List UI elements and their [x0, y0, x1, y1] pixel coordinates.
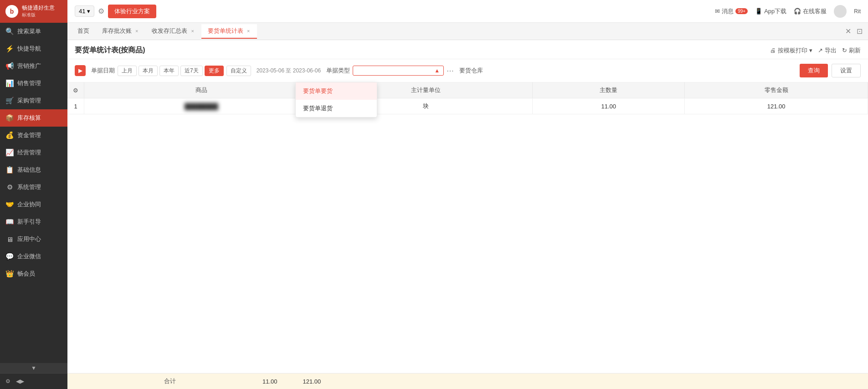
warehouse-filter-group: 要货仓库: [459, 67, 483, 75]
company-name: 41: [79, 8, 85, 15]
online-service-label: 在线客服: [803, 7, 827, 15]
sidebar-settings-btn[interactable]: ⚙: [5, 378, 10, 384]
dropdown-item-1[interactable]: 要货单退货: [296, 100, 377, 117]
refresh-label: 刷新: [849, 46, 861, 55]
date-range-text: 2023-05-06 至 2023-06-06: [257, 67, 321, 75]
dropdown-item-0[interactable]: 要货单要货: [296, 82, 377, 100]
tab-inventory-batch[interactable]: 库存批次账 ×: [96, 24, 145, 39]
inventory-icon: 📦: [5, 114, 14, 122]
sidebar-item-guide[interactable]: 📖 新手引导: [0, 213, 67, 230]
date-last-month-btn[interactable]: 上月: [118, 66, 137, 76]
sidebar: b 畅捷通好生意 标准版 🔍 搜索菜单 ⚡ 快捷导航 📢 营销推广 📊 销售管理…: [0, 0, 67, 389]
date-this-month-btn[interactable]: 本月: [139, 66, 158, 76]
tab-close-all-btn[interactable]: ✕: [843, 25, 853, 37]
sidebar-item-finance[interactable]: 💰 资金管理: [0, 127, 67, 144]
basicinfo-icon: 📋: [5, 166, 14, 174]
export-icon: ↗: [818, 47, 823, 54]
cell-qty: 11.00: [533, 98, 685, 114]
topbar-settings-icon[interactable]: ⚙: [98, 7, 104, 15]
message-icon: ✉: [715, 8, 720, 15]
tab-close-btn[interactable]: ×: [246, 28, 251, 34]
tab-restore-btn[interactable]: ⊡: [855, 25, 864, 37]
type-select[interactable]: ▲: [353, 66, 444, 76]
refresh-btn[interactable]: ↻ 刷新: [842, 46, 861, 55]
date-more-btn[interactable]: 更多: [205, 66, 224, 76]
sidebar-item-label: 企业微信: [17, 252, 41, 261]
tab-home[interactable]: 首页: [71, 24, 96, 39]
sidebar-item-label: 采购管理: [17, 97, 41, 105]
filter-more-btn[interactable]: ⋯: [447, 67, 454, 75]
sidebar-item-basicinfo[interactable]: 📋 基础信息: [0, 161, 67, 179]
table-row: 1 ████████ 块 11.00 121.00: [67, 98, 868, 114]
sidebar-item-appcenter[interactable]: 🖥 应用中心: [0, 230, 67, 248]
filter-expand-btn[interactable]: ▶: [75, 65, 86, 76]
date-custom-btn[interactable]: 自定义: [226, 66, 251, 76]
chevron-down-icon: ▾: [809, 47, 812, 54]
tab-inventory-summary[interactable]: 收发存汇总表 ×: [145, 24, 201, 39]
search-icon: 🔍: [5, 27, 14, 36]
sidebar-item-purchase[interactable]: 🛒 采购管理: [0, 92, 67, 109]
sidebar-bottom: ⚙ ◀▶: [0, 373, 67, 389]
query-btn[interactable]: 查询: [800, 64, 828, 77]
sidebar-item-marketing[interactable]: 📢 营销推广: [0, 57, 67, 75]
app-name: 畅捷通好生意: [22, 5, 55, 12]
sidebar-item-enterprise[interactable]: 🤝 企业协同: [0, 196, 67, 213]
date-this-year-btn[interactable]: 本年: [159, 66, 179, 76]
wechat-icon: 💬: [5, 252, 14, 261]
sidebar-item-member[interactable]: 👑 畅会员: [0, 265, 67, 282]
cell-amount: 121.00: [685, 98, 868, 114]
topbar-right: ✉ 消息 99+ 📱 App下载 🎧 在线客服 Rit: [715, 5, 861, 18]
tab-label: 收发存汇总表: [152, 27, 187, 35]
tab-label: 要货单统计表: [208, 27, 243, 35]
sidebar-scroll-down[interactable]: ▼: [0, 363, 67, 373]
table-header-row: ⚙ 商品 主计量单位 主数量 零售金额: [67, 82, 868, 98]
avatar[interactable]: [834, 5, 847, 18]
sidebar-item-sales[interactable]: 📊 销售管理: [0, 75, 67, 92]
print-label: 按模板打印: [778, 46, 807, 55]
flash-icon: ⚡: [5, 45, 14, 53]
trial-button[interactable]: 体验行业方案: [108, 5, 156, 18]
page-title: 要货单统计表(按商品): [75, 46, 145, 55]
sidebar-item-operations[interactable]: 📈 经营管理: [0, 144, 67, 161]
date-label: 单据日期: [91, 67, 115, 75]
sidebar-item-label: 畅会员: [17, 270, 35, 278]
guide-icon: 📖: [5, 218, 14, 226]
messages-item[interactable]: ✉ 消息 99+: [715, 7, 748, 15]
tab-close-btn[interactable]: ×: [134, 28, 139, 34]
date-7days-btn[interactable]: 近7天: [180, 66, 203, 76]
th-settings[interactable]: ⚙: [67, 82, 84, 98]
sidebar-item-label: 新手引导: [17, 218, 41, 226]
type-dropdown: 要货单要货 要货单退货: [295, 82, 377, 118]
sidebar-collapse-btn[interactable]: ◀▶: [16, 378, 24, 384]
marketing-icon: 📢: [5, 62, 14, 70]
sidebar-nav: 🔍 搜索菜单 ⚡ 快捷导航 📢 营销推广 📊 销售管理 🛒 采购管理 📦 库存核…: [0, 23, 67, 363]
sidebar-item-label: 库存核算: [17, 114, 41, 122]
sidebar-item-label: 快捷导航: [17, 45, 41, 53]
download-icon: 📱: [755, 8, 762, 15]
messages-label: 消息: [722, 7, 734, 15]
sidebar-item-search[interactable]: 🔍 搜索菜单: [0, 23, 67, 40]
sidebar-item-wechat[interactable]: 💬 企业微信: [0, 248, 67, 265]
purchase-icon: 🛒: [5, 97, 14, 105]
export-btn[interactable]: ↗ 导出: [818, 46, 837, 55]
sidebar-item-inventory[interactable]: 📦 库存核算: [0, 109, 67, 127]
company-selector[interactable]: 41 ▾: [75, 5, 94, 17]
footer-amount: 121.00: [303, 378, 321, 385]
tab-order-stats[interactable]: 要货单统计表 ×: [201, 24, 257, 39]
sidebar-item-quicknav[interactable]: ⚡ 快捷导航: [0, 40, 67, 57]
tab-close-btn[interactable]: ×: [190, 28, 195, 34]
print-btn[interactable]: 🖨 按模板打印 ▾: [770, 46, 812, 55]
logo-icon: b: [5, 5, 18, 18]
tabbar-actions: ✕ ⊡: [843, 25, 864, 37]
sidebar-item-label: 应用中心: [17, 235, 41, 243]
sidebar-item-system[interactable]: ⚙ 系统管理: [0, 179, 67, 196]
app-version: 标准版: [22, 12, 55, 18]
system-icon: ⚙: [5, 183, 14, 191]
filter-settings-btn[interactable]: 设置: [832, 64, 861, 77]
sidebar-item-label: 资金管理: [17, 131, 41, 139]
print-icon: 🖨: [770, 47, 776, 54]
app-download-item[interactable]: 📱 App下载: [755, 7, 786, 15]
appcenter-icon: 🖥: [5, 235, 14, 243]
online-service-item[interactable]: 🎧 在线客服: [794, 7, 827, 15]
filter-action-group: 查询 设置: [800, 64, 861, 77]
